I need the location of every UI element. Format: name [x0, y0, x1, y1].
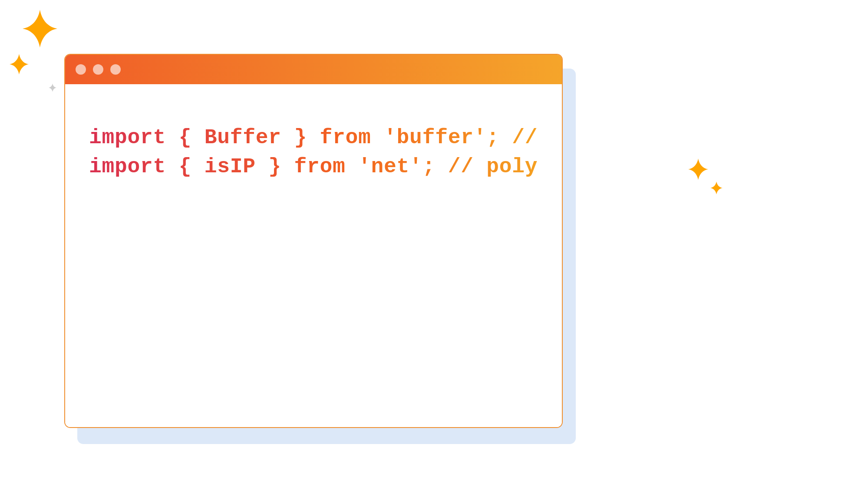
sparkle-right-small-icon	[710, 181, 723, 194]
window: import { Buffer } from 'buffer'; // nati…	[64, 54, 563, 428]
code-area: import { Buffer } from 'buffer'; // nati…	[65, 84, 562, 427]
code-line-2: import { isIP } from 'net'; // polyfill	[89, 152, 538, 181]
traffic-light-minimize[interactable]	[93, 64, 103, 75]
traffic-light-maximize[interactable]	[110, 64, 121, 75]
traffic-light-close[interactable]	[76, 64, 86, 75]
code-line-1: import { Buffer } from 'buffer'; // nati…	[89, 123, 538, 152]
titlebar	[65, 55, 562, 84]
sparkle-right-large-icon	[688, 158, 708, 180]
sparkle-large-icon	[23, 10, 57, 48]
sparkle-small-left-icon	[10, 54, 29, 75]
sparkle-tiny-left-icon	[49, 83, 56, 92]
